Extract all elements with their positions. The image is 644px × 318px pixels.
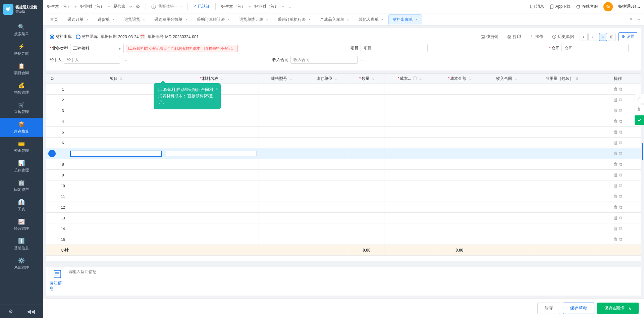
sidebar-item-sales[interactable]: 💰 销售管理 <box>0 79 43 98</box>
radio-material-return[interactable]: 材料退库 <box>76 34 98 40</box>
sidebar-item-salary[interactable]: 👔 工资 <box>0 196 43 215</box>
td-amount-1[interactable] <box>435 84 484 95</box>
add-row-btn[interactable]: + <box>48 150 56 157</box>
td-available-1[interactable] <box>529 84 595 95</box>
copy-row-13-icon[interactable]: ⧉ <box>619 215 622 221</box>
settings-btn[interactable]: ⚙ 设置 <box>619 32 637 41</box>
tab-inbound-stat[interactable]: 进货单统计表 × <box>235 14 272 24</box>
top-nav-haoshengyi[interactable]: 好生意（首） <box>47 4 71 9</box>
copy-row-1-icon[interactable]: ⧉ <box>619 87 622 92</box>
save-new-arrow[interactable]: ∧ <box>626 306 632 311</box>
tab-prod-close[interactable]: × <box>347 17 349 21</box>
tab-mat-out-close[interactable]: × <box>416 17 418 21</box>
tab-return[interactable]: 进货退货 × <box>120 14 149 24</box>
tooltip-close-btn[interactable]: × <box>215 85 218 93</box>
sidebar-item-finance[interactable]: 💳 资金管理 <box>0 137 43 157</box>
top-nav-yidazhang[interactable]: 易代账 <box>113 4 125 9</box>
right-tool-green-btn[interactable] <box>635 115 644 125</box>
copy-row-11-icon[interactable]: ⧉ <box>619 194 622 199</box>
delete-row-3-icon[interactable]: 🗑 <box>613 108 618 113</box>
delete-row-6-icon[interactable]: 🗑 <box>613 140 618 145</box>
copy-row-14-icon[interactable]: ⧉ <box>619 226 622 231</box>
notes-input[interactable] <box>68 269 637 274</box>
handler-dots[interactable]: … <box>122 57 129 62</box>
radio-material-out[interactable]: 材料出库 <box>50 34 72 40</box>
grid-view-btn[interactable]: ⊞ <box>608 33 616 41</box>
sidebar-item-search[interactable]: 🔍 搜索菜单 <box>0 20 43 40</box>
copy-row-5-icon[interactable]: ⧉ <box>619 129 622 135</box>
top-nav-settings[interactable]: ⚙ <box>136 3 140 10</box>
delete-row-5-icon[interactable]: 🗑 <box>613 129 618 135</box>
sidebar-item-system[interactable]: ⚙️ 系统管理 <box>0 254 43 273</box>
tab-bar-scroll[interactable] <box>636 17 641 22</box>
active-cell-material[interactable] <box>166 151 257 156</box>
td-project-1[interactable] <box>68 84 164 95</box>
tab-mat-out[interactable]: 材料出库单 × <box>388 14 422 24</box>
copy-row-8-icon[interactable]: ⧉ <box>619 162 622 167</box>
sidebar-settings-btn[interactable]: ⚙ <box>8 308 13 315</box>
tab-inbound-close[interactable]: × <box>112 17 114 21</box>
tab-expense[interactable]: 采购费用分摊单 × <box>150 14 192 24</box>
copy-row-10-icon[interactable]: ⧉ <box>619 183 622 189</box>
sort-cost-icon[interactable]: ⇅ <box>419 77 422 81</box>
warehouse-input[interactable] <box>561 44 629 52</box>
delete-row-15-icon[interactable]: 🗑 <box>613 237 618 242</box>
sort-available-icon[interactable]: ⇅ <box>576 77 578 81</box>
project-input[interactable] <box>361 44 428 52</box>
operation-btn[interactable]: 操作 <box>527 32 546 41</box>
sidebar-item-project[interactable]: 📋 项目合同 <box>0 59 43 79</box>
tab-po-stat-close[interactable]: × <box>228 17 230 21</box>
settings-column-icon[interactable]: ⚙ <box>50 76 54 81</box>
right-tool-edit-btn[interactable] <box>635 94 644 103</box>
th-material-name[interactable]: 材料名称 ⇅ <box>164 74 259 84</box>
tab-home[interactable]: 首页 <box>46 14 62 24</box>
sort-qty-icon[interactable]: ⇅ <box>371 77 374 81</box>
tab-po-exec-close[interactable]: × <box>309 17 311 21</box>
sort-unit-icon[interactable]: ⇅ <box>334 77 337 81</box>
sort-income-icon[interactable]: ⇅ <box>514 77 517 81</box>
delete-row-7-icon[interactable]: 🗑 <box>613 151 618 156</box>
list-view-btn[interactable]: ≡ <box>599 33 607 41</box>
sidebar-item-ledger[interactable]: 📊 总账管理 <box>0 157 43 176</box>
td-contract-1[interactable] <box>484 84 529 95</box>
delete-row-10-icon[interactable]: 🗑 <box>613 183 618 188</box>
tab-prod[interactable]: 产成品入库单 × <box>316 14 353 24</box>
th-settings[interactable]: ⚙ <box>46 74 58 84</box>
delete-row-1-icon[interactable]: 🗑 <box>613 87 618 92</box>
right-tool-clip-btn[interactable] <box>635 105 644 114</box>
save-new-button[interactable]: 保存&新增 ∧ <box>597 303 639 314</box>
delete-row-2-icon[interactable]: 🗑 <box>613 97 618 102</box>
top-nav-haoyecai[interactable]: 好业财（首） <box>80 4 104 9</box>
tab-inbound[interactable]: 进货单 × <box>93 14 119 24</box>
copy-row-3-icon[interactable]: ⧉ <box>619 108 622 113</box>
tab-po-stat[interactable]: 采购订单统计表 × <box>193 14 234 24</box>
copy-row-12-icon[interactable]: ⧉ <box>619 205 622 210</box>
user-avatar[interactable]: 畅 <box>603 2 613 11</box>
sidebar-collapse-btn[interactable]: ◀◀ <box>27 308 35 315</box>
copy-row-6-icon[interactable]: ⧉ <box>619 140 622 146</box>
th-project[interactable]: 项目 ⇅ <box>68 74 164 84</box>
th-spec[interactable]: 规格型号 ⇅ <box>259 74 304 84</box>
td-spec-1[interactable] <box>259 84 304 95</box>
copy-row-9-icon[interactable]: ⧉ <box>619 172 622 178</box>
top-nav-experience[interactable]: i 我要体验一下 <box>151 4 182 9</box>
project-dots[interactable]: … <box>430 46 436 50</box>
print-btn[interactable]: 打印 <box>504 32 524 41</box>
sidebar-item-purchase[interactable]: 🛒 采购管理 <box>0 98 43 118</box>
user-name[interactable]: 畅捷通8账... <box>618 4 640 9</box>
discard-button[interactable]: 放弃 <box>537 303 560 314</box>
top-nav-more[interactable]: … <box>287 4 291 9</box>
tab-inbound-stat-close[interactable]: × <box>266 17 268 21</box>
business-type-select[interactable]: 工程领料 ▾ <box>70 44 124 53</box>
sort-project-icon[interactable]: ⇅ <box>119 77 122 81</box>
income-contract-input[interactable] <box>290 56 358 64</box>
tab-return-close[interactable]: × <box>143 17 145 21</box>
top-nav-haoyecai2[interactable]: 好业财（首） <box>254 4 278 9</box>
handler-input[interactable] <box>64 56 120 64</box>
tab-bar-close[interactable]: × <box>628 15 634 24</box>
tab-other-in-close[interactable]: × <box>381 17 383 21</box>
th-cost-amount[interactable]: 成本金额 ⇅ <box>435 74 484 84</box>
save-draft-button[interactable]: 保存草稿 <box>563 303 594 314</box>
quick-key-btn[interactable]: 快捷键 <box>478 32 501 41</box>
top-nav-haoshengyi2[interactable]: 好生意（首） <box>221 4 245 9</box>
